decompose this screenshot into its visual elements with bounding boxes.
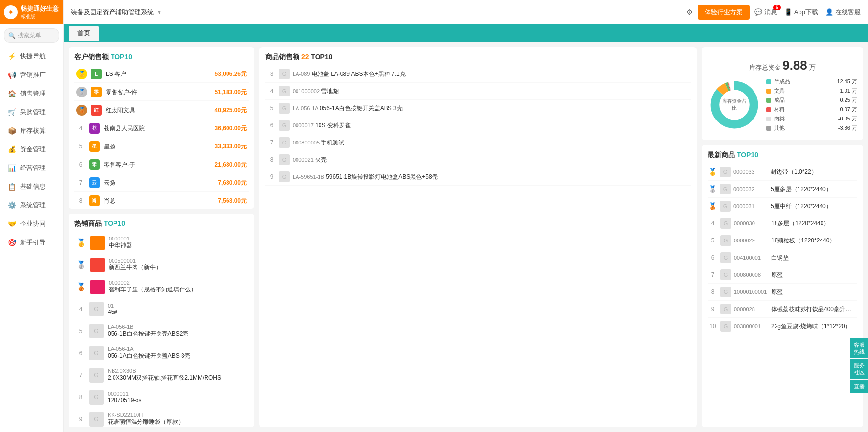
settings-icon[interactable]: ⚙ [686,8,693,17]
prod-icon: G [720,269,731,280]
item-info: LA-59651-1B 59651-1B旋转投影灯电池盒ABS黑色+58壳 [293,173,689,181]
rank-number: 10 [708,323,717,330]
customer-ranking-title: 客户销售额 TOP10 [74,53,249,62]
customer-amount: 21,680.00元 [215,161,247,169]
float-panel: 客服热线 服务社区 直播 [850,338,868,393]
sidebar-item-10[interactable]: 🎯新手引导 [0,233,63,252]
sidebar-item-2[interactable]: 🏠销售管理 [0,84,63,103]
messages-btn[interactable]: 💬 消息 6 [754,8,777,17]
customer-ranking-card: 客户销售额 TOP10 🥇 L LS 客户 53,006.26元 🥈 零 零售客… [69,47,254,209]
customer-rank-item: 5 星 星扬 33,333.00元 [74,138,249,155]
medal-icon: 🥇 [76,69,87,79]
live-btn[interactable]: 直播 [850,380,868,393]
inventory-legend: 半成品 12.45 万 文具 1.01 万 成品 0.25 万 材料 0.07 … [766,78,857,132]
sidebar-item-0[interactable]: ⚡快捷导航 [0,47,63,66]
prod-code: 0000028 [734,306,768,312]
nav-label: 经营管理 [20,164,46,172]
product-icon: G [94,306,98,312]
prod-name: 18颗粒板（1220*2440） [771,237,856,245]
nav-icon: ⚙️ [7,201,16,209]
new-prod-item: 🥇 G 0000033 封边带（1.0*22） [708,164,857,181]
product-thumb [90,280,105,294]
items-sold-list: 3 G LA-089 电池盖 LA-089 ABS本色+黑种 7.1克 4 G … [265,66,691,186]
item-code: 0000021 [293,157,314,163]
inventory-label: 库存总资金 [749,64,781,71]
sidebar-item-6[interactable]: 📊经营管理 [0,159,63,177]
legend-dot [766,117,771,121]
sidebar-item-9[interactable]: 🤝企业协同 [0,215,63,233]
items-rank-item: 9 G LA-59651-1B 59651-1B旋转投影灯电池盒ABS黑色+58… [265,168,691,186]
prod-icon: G [720,287,731,297]
main-area: 装备及固定资产辅助管理系统 ▼ ⚙ 体验行业方案 💬 消息 6 📱 App下载 … [64,0,868,432]
product-name: 2.0X30MM双搓花轴,搓花直径2.1MM/ROHS [108,374,247,382]
legend-dot [766,79,771,84]
newest-products-list: 🥇 G 0000033 封边带（1.0*22） 🥈 G 0000032 5厘多层… [708,164,857,335]
prod-icon: G [720,218,731,229]
prod-code: 003800001 [734,323,768,329]
product-info: 000500001 新西兰牛肉（新牛） [109,258,247,272]
tab-home[interactable]: 首页 [69,26,99,41]
product-info: LA-056-1B 056-1B白色按键开关壳ABS2壳 [108,324,247,338]
product-thumb-placeholder: G [89,324,104,338]
product-info: 0000002 智利车子里（规格不知道填什么） [109,280,247,294]
item-name: 59651-1B旋转投影灯电池盒ABS黑色+58壳 [326,173,437,180]
sidebar-item-4[interactable]: 📦库存核算 [0,121,63,140]
nav-label: 基础信息 [20,182,46,191]
topbar: 装备及固定资产辅助管理系统 ▼ ⚙ 体验行业方案 💬 消息 6 📱 App下载 … [64,0,868,24]
cs-hotline-btn[interactable]: 客服热线 [850,338,868,359]
product-code: 000500001 [109,258,247,264]
app-download-btn[interactable]: 📱 App下载 [784,8,818,17]
medal-icon: 🥇 [76,238,86,247]
sidebar-item-3[interactable]: 🛒采购管理 [0,103,63,121]
rank-number: 8 [267,156,276,163]
medal-icon: 🥉 [76,105,87,116]
product-code: LA-056-1B [108,324,247,330]
product-code: LA-056-1A [108,346,247,352]
legend-item: 文具 1.01 万 [766,87,857,95]
product-icon: G [94,328,98,335]
rank-number: 9 [76,416,85,423]
nav-label: 系统管理 [20,201,46,210]
product-info: 0000011 12070519-xs [108,391,247,404]
item-name: 电池盖 LA-089 ABS本色+黑种 7.1克 [312,71,406,77]
legend-item: 半成品 12.45 万 [766,78,857,85]
sidebar-item-1[interactable]: 📢营销推广 [0,66,63,84]
inventory-unit: 万 [809,63,816,71]
search-menu-button[interactable]: 🔍 搜索菜单 [4,28,59,43]
dropdown-icon[interactable]: ▼ [157,9,162,15]
item-info: 0000021 夹壳 [293,156,689,164]
items-rank-item: 6 G 0000017 10S 变科罗雀 [265,117,691,134]
item-code: 001000002 [293,88,320,94]
medal-icon: 🥈 [76,87,87,97]
product-info: 01 45# [108,303,247,315]
customer-rank-item: 8 肖 肖总 7,563.00元 [74,192,249,209]
service-community-btn[interactable]: 服务社区 [850,359,868,379]
message-icon: 💬 [754,8,762,16]
customer-rank-item: 🥈 零 零售客户-许 51,183.00元 [74,84,249,101]
customer-avatar: L [91,69,102,79]
rank-number: 7 [76,372,85,379]
product-code: 01 [108,303,247,309]
customer-avatar: 肖 [89,195,100,206]
sidebar-item-8[interactable]: ⚙️系统管理 [0,196,63,215]
customer-avatar: 零 [91,87,102,97]
product-thumb-placeholder: G [89,390,104,405]
sidebar-item-7[interactable]: 📋基础信息 [0,177,63,196]
online-service-btn[interactable]: 👤 在线客服 [825,8,861,17]
donut-center-label: 库存资金占比 [721,98,748,112]
rank-number: 4 [708,220,717,227]
tabbar: 首页 [64,24,868,42]
customer-avatar: 零 [89,159,100,170]
prod-icon: G [720,235,731,246]
legend-dot [766,98,771,103]
legend-value: 12.45 万 [837,78,857,85]
hot-product-item: 🥇 0000001 中华神器 [74,232,249,254]
product-thumb [90,236,105,250]
item-icon: G [279,103,290,114]
search-icon: 🔍 [8,32,16,39]
product-name: 056-1B白色按键开关壳ABS2壳 [108,330,247,338]
trial-btn[interactable]: 体验行业方案 [698,5,750,20]
prod-icon: G [720,184,731,194]
product-thumb-placeholder: G [89,302,104,316]
sidebar-item-5[interactable]: 💰资金管理 [0,140,63,159]
